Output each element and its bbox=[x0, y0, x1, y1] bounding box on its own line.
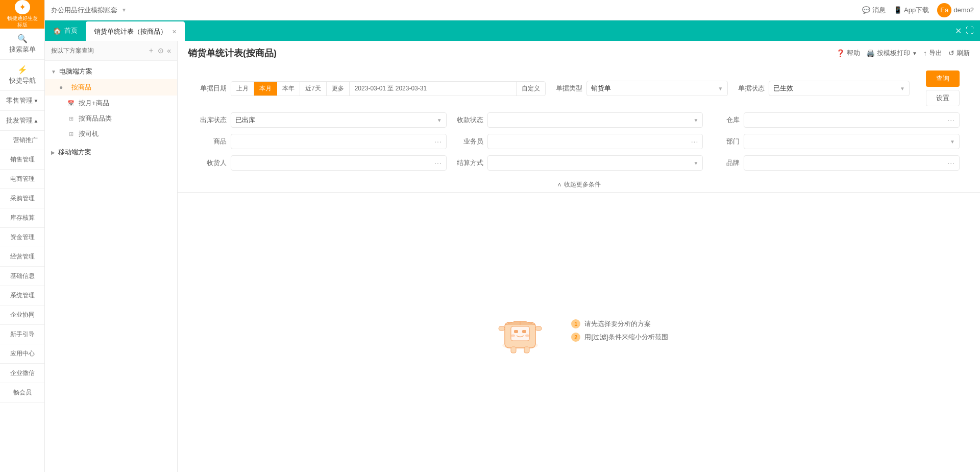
out-status-label: 出库状态 bbox=[198, 115, 227, 125]
payment-method-select[interactable]: ▼ bbox=[487, 155, 703, 171]
tab-expand-icon[interactable]: ⛶ bbox=[966, 26, 974, 35]
sidebar: ✦ 畅捷通好生意 标版 🔍 搜索菜单 ⚡ 快捷导航 零售管理 ▼ 批发管理 ▲ … bbox=[0, 0, 45, 472]
payment-method-field: 结算方式 ▼ bbox=[455, 155, 703, 171]
chevron-down-icon: ▼ bbox=[900, 86, 905, 91]
avatar: Ea bbox=[937, 3, 951, 17]
scheme-sub-item-month-goods[interactable]: 📅 按月+商品 bbox=[45, 96, 177, 111]
help-btn[interactable]: ❓ 帮助 bbox=[836, 49, 860, 58]
sidebar-item-appcenter[interactable]: 应用中心 bbox=[0, 344, 44, 364]
sidebar-item-finance[interactable]: 资金管理 bbox=[0, 228, 44, 247]
doc-type-field: 单据类型 销货单 ▼ bbox=[554, 81, 728, 96]
sidebar-item-ecommerce[interactable]: 电商管理 bbox=[0, 170, 44, 189]
sidebar-item-wholesale[interactable]: 批发管理 ▲ bbox=[0, 111, 44, 131]
date-range-text: 2023-03-01 至 2023-03-31 bbox=[350, 82, 516, 96]
mobile-scheme-section[interactable]: ▶ 移动端方案 bbox=[45, 145, 177, 160]
tab-sales-stats[interactable]: 销货单统计表（按商品） ✕ bbox=[86, 21, 185, 42]
sidebar-item-system[interactable]: 系统管理 bbox=[0, 286, 44, 305]
export-btn[interactable]: ↑ 导出 bbox=[923, 49, 942, 58]
sidebar-item-retail[interactable]: 零售管理 ▼ bbox=[0, 91, 44, 111]
tab-close-window-icon[interactable]: ✕ bbox=[955, 26, 962, 36]
content-area: 按以下方案查询 ＋ ⊙ « ▼ 电脑端方案 ● 按商品 📅 按月 bbox=[45, 41, 980, 472]
topbar-right: 💬 消息 📱 App下载 Ea demo2 bbox=[862, 3, 974, 17]
dots-icon: ··· bbox=[947, 159, 955, 167]
filter-row-1: 单据日期 上月 本月 本年 近7天 更多 2023-03-01 至 2023-0… bbox=[198, 70, 960, 106]
dept-label: 部门 bbox=[711, 137, 740, 146]
warehouse-label: 仓库 bbox=[711, 115, 740, 125]
date-btn-this-month[interactable]: 本月 bbox=[254, 82, 277, 96]
collapse-panel-btn[interactable]: « bbox=[167, 46, 171, 55]
date-btn-7days[interactable]: 近7天 bbox=[300, 82, 327, 96]
tab-close-icon[interactable]: ✕ bbox=[172, 29, 177, 35]
goods-select[interactable]: ··· bbox=[231, 134, 447, 149]
salesperson-select[interactable]: ··· bbox=[487, 134, 703, 149]
download-icon: 📱 bbox=[894, 6, 902, 14]
workspace-name: 办公用品行业模拟账套 bbox=[51, 6, 117, 15]
scheme-item-by-goods[interactable]: ● 按商品 bbox=[45, 79, 177, 96]
doc-type-select[interactable]: 销货单 ▼ bbox=[586, 81, 728, 96]
settings-btn[interactable]: 设置 bbox=[926, 90, 960, 106]
doc-status-field: 单据状态 已生效 ▼ bbox=[736, 81, 910, 96]
chevron-down-icon: ▼ bbox=[693, 160, 698, 166]
message-btn[interactable]: 💬 消息 bbox=[862, 6, 886, 15]
doc-type-label: 单据类型 bbox=[554, 84, 582, 93]
dept-field: 部门 ▼ bbox=[711, 134, 960, 149]
tip-num-2: 2 bbox=[571, 333, 580, 342]
sidebar-item-sales[interactable]: 销售管理 bbox=[0, 150, 44, 170]
scheme-panel-actions: ＋ ⊙ « bbox=[148, 46, 171, 55]
sidebar-item-newbie[interactable]: 新手引导 bbox=[0, 325, 44, 344]
brand-select[interactable]: ··· bbox=[744, 155, 960, 171]
app-name: 畅捷通好生意 bbox=[7, 15, 38, 21]
grid-icon: ⊞ bbox=[67, 115, 75, 122]
sidebar-item-wechat[interactable]: 企业微信 bbox=[0, 364, 44, 383]
svg-rect-3 bbox=[511, 326, 529, 341]
date-filter-field: 单据日期 上月 本月 本年 近7天 更多 2023-03-01 至 2023-0… bbox=[198, 81, 546, 96]
date-btn-more[interactable]: 更多 bbox=[327, 82, 350, 96]
chevron-down-icon: ▼ bbox=[950, 139, 955, 145]
date-btn-this-year[interactable]: 本年 bbox=[277, 82, 300, 96]
scheme-item-icon: ● bbox=[59, 84, 67, 91]
sidebar-item-procurement[interactable]: 采购管理 bbox=[0, 189, 44, 208]
doc-status-select[interactable]: 已生效 ▼ bbox=[769, 81, 910, 96]
tab-home[interactable]: 🏠 首页 bbox=[45, 20, 86, 41]
scheme-sub-item-cashier[interactable]: ⊞ 按司机 bbox=[45, 126, 177, 141]
sidebar-item-quicknav[interactable]: ⚡ 快捷导航 bbox=[0, 60, 44, 91]
out-status-select[interactable]: 已出库 ▼ bbox=[231, 112, 447, 128]
date-custom-btn[interactable]: 自定义 bbox=[516, 82, 545, 96]
page-actions: ❓ 帮助 🖨️ 按模板打印 ▼ ↑ 导出 ↺ bbox=[836, 49, 970, 58]
pc-scheme-header[interactable]: ▼ 电脑端方案 bbox=[45, 64, 177, 79]
doc-status-label: 单据状态 bbox=[736, 84, 765, 93]
filter-row-3: 商品 ··· 业务员 ··· bbox=[198, 134, 960, 149]
goods-field: 商品 ··· bbox=[198, 134, 447, 149]
sidebar-item-enterprise[interactable]: 企业协同 bbox=[0, 305, 44, 325]
chevron-down-icon: ▼ bbox=[121, 7, 127, 13]
print-btn[interactable]: 🖨️ 按模板打印 ▼ bbox=[866, 49, 917, 58]
app-download-btn[interactable]: 📱 App下载 bbox=[894, 6, 929, 15]
svg-point-7 bbox=[525, 334, 529, 337]
add-scheme-btn[interactable]: ＋ bbox=[148, 46, 155, 55]
dept-select[interactable]: ▼ bbox=[744, 134, 960, 149]
payment-status-select[interactable]: ▼ bbox=[487, 112, 703, 128]
date-label: 单据日期 bbox=[198, 84, 227, 93]
sidebar-item-search[interactable]: 🔍 搜索菜单 bbox=[0, 29, 44, 60]
sidebar-item-inventory[interactable]: 库存核算 bbox=[0, 208, 44, 228]
settings-scheme-btn[interactable]: ⊙ bbox=[158, 46, 164, 55]
print-dropdown-icon: ▼ bbox=[912, 51, 917, 56]
svg-rect-4 bbox=[514, 330, 518, 333]
recipient-select[interactable]: ··· bbox=[231, 155, 447, 171]
app-logo: ✦ 畅捷通好生意 标版 bbox=[0, 0, 45, 29]
warehouse-select[interactable]: ··· bbox=[744, 112, 960, 128]
chevron-down-icon: ▼ bbox=[693, 117, 698, 123]
brand-label: 品牌 bbox=[711, 158, 740, 168]
sidebar-item-operations[interactable]: 经营管理 bbox=[0, 247, 44, 267]
refresh-icon: ↺ bbox=[948, 49, 954, 57]
user-profile[interactable]: Ea demo2 bbox=[937, 3, 974, 17]
sidebar-item-basic[interactable]: 基础信息 bbox=[0, 267, 44, 286]
topbar-left: 办公用品行业模拟账套 ▼ bbox=[51, 6, 127, 15]
collapse-more-btn[interactable]: ∧ 收起更多条件 bbox=[188, 177, 970, 192]
date-btn-last-month[interactable]: 上月 bbox=[231, 82, 254, 96]
refresh-btn[interactable]: ↺ 刷新 bbox=[948, 49, 970, 58]
sidebar-item-member[interactable]: 畅会员 bbox=[0, 383, 44, 403]
sidebar-item-marketing[interactable]: 营销推广 bbox=[0, 131, 44, 150]
scheme-sub-item-goods-category[interactable]: ⊞ 按商品品类 bbox=[45, 111, 177, 126]
query-btn[interactable]: 查询 bbox=[926, 70, 960, 87]
